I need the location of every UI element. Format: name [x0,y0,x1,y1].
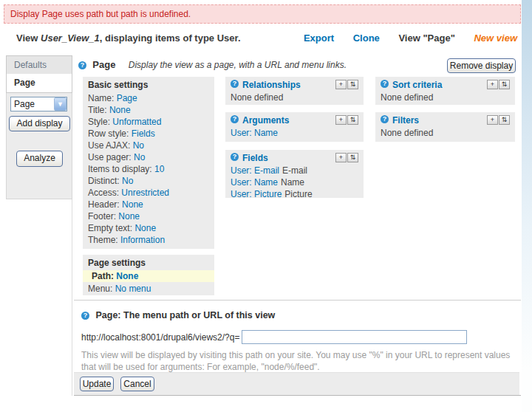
setting-row: Header: None [88,199,209,210]
rearrange-icon[interactable]: ⇅ [347,115,358,125]
setting-access-link[interactable]: Unrestricted [121,188,169,198]
setting-label: Name: [88,93,114,103]
display-type-select[interactable]: Page ▼ [10,97,67,111]
setting-label: Footer: [88,211,116,222]
chevron-down-icon[interactable]: ▼ [54,97,66,111]
rearrange-icon[interactable]: ⇅ [347,153,358,162]
setting-name-link[interactable]: Page [117,93,137,103]
setting-row: Empty text: None [88,222,209,234]
setting-menu-link[interactable]: No menu [115,284,151,294]
path-config-panel: ? Page: The menu path or URL of this vie… [74,300,521,396]
arguments-title[interactable]: Arguments [242,115,335,126]
help-icon[interactable]: ? [231,115,239,123]
field-email-link[interactable]: User: E-mail [231,165,279,176]
path-form-row: http://localhost:8001/drupal6/views2/?q= [81,330,521,344]
update-button[interactable]: Update [80,377,114,391]
help-icon[interactable]: ? [381,115,389,123]
remove-display-button[interactable]: Remove display [447,58,516,73]
setting-row: Title: None [88,104,209,116]
url-prefix: http://localhost:8001/drupal6/views2/?q= [81,332,239,343]
help-icon[interactable]: ? [81,312,89,320]
setting-items-link[interactable]: 10 [154,164,164,174]
setting-row: Theme: Information [88,234,209,246]
setting-row-style-link[interactable]: Fields [132,128,155,139]
tab-defaults[interactable]: Defaults [6,55,72,75]
relationships-empty: None defined [231,92,358,103]
setting-label: Title: [88,105,107,115]
rearrange-icon[interactable]: ⇅ [499,115,510,125]
view-page-link[interactable]: View "Page" [398,32,454,44]
new-view-link[interactable]: New view [474,32,517,44]
field-name-link[interactable]: User: Name [231,177,278,188]
setting-label: Theme: [88,235,118,245]
path-input[interactable] [242,330,467,344]
path-form-title: Page: The menu path or URL of this view [95,310,275,320]
relationships-title[interactable]: Relationships [242,80,335,90]
setting-header-link[interactable]: None [122,199,143,210]
tab-page-label: Page [14,78,35,88]
setting-ajax-link[interactable]: No [133,140,144,151]
setting-row: Name: Page [88,92,209,104]
filters-title[interactable]: Filters [392,115,487,126]
add-display-button[interactable]: Add display [9,116,70,131]
sort-criteria-title[interactable]: Sort criteria [392,80,487,90]
setting-label: Row style: [88,128,129,139]
setting-label: Access: [88,188,119,198]
setting-pager-link[interactable]: No [134,152,145,162]
path-setting-row-highlighted: Path: None [83,270,214,282]
setting-path-link[interactable]: None [116,271,138,281]
page-settings-title: Page settings [88,258,209,268]
sort-criteria-empty: None defined [381,92,510,103]
export-link[interactable]: Export [304,32,334,44]
setting-label: Empty text: [88,223,132,233]
add-icon[interactable]: + [487,80,498,89]
clone-link[interactable]: Clone [353,32,380,44]
add-icon[interactable]: + [487,115,498,125]
setting-label: Menu: [88,284,112,294]
rearrange-icon[interactable]: ⇅ [347,80,358,89]
fields-title[interactable]: Fields [242,153,335,163]
view-summary: View User_View_1, displaying items of ty… [16,32,241,44]
filters-box: ? Filters +⇅ None defined [375,112,515,142]
error-message: Display Page uses path but path is undef… [4,4,521,24]
add-icon[interactable]: + [335,115,347,125]
setting-label: Use AJAX: [88,140,130,151]
setting-label: Header: [88,199,120,210]
analyze-button[interactable]: Analyze [16,151,63,167]
setting-empty-text-link[interactable]: None [134,223,156,233]
setting-row: Style: Unformatted [88,116,209,128]
rearrange-icon[interactable]: ⇅ [499,80,510,89]
field-email-label: E-mail [282,165,307,176]
setting-row: Footer: None [88,210,209,222]
filters-empty: None defined [381,127,510,139]
field-picture-link[interactable]: User: Picture [231,189,282,199]
display-description: Display the view as a page, with a URL a… [129,60,347,70]
page-background-strip [522,0,532,412]
help-icon[interactable]: ? [231,80,239,88]
help-icon[interactable]: ? [231,153,239,161]
setting-row: Menu: No menu [88,283,209,295]
setting-title-link[interactable]: None [109,105,131,115]
argument-user-name-link[interactable]: User: Name [231,128,278,138]
fields-box: ? Fields +⇅ User: E-mailE-mail User: Nam… [225,150,364,198]
setting-row: Items to display: 10 [88,163,209,175]
sort-criteria-box: ? Sort criteria +⇅ None defined [375,77,515,105]
setting-label: Style: [88,117,110,127]
help-icon[interactable]: ? [78,61,86,69]
setting-distinct-link[interactable]: No [122,176,133,186]
setting-row: Use AJAX: No [88,140,209,151]
tab-page[interactable]: Page [6,74,72,93]
add-icon[interactable]: + [335,80,347,89]
arguments-box: ? Arguments +⇅ User: Name [225,112,364,142]
help-icon[interactable]: ? [381,80,389,88]
cancel-button[interactable]: Cancel [120,377,154,391]
setting-label: Items to display: [88,164,152,174]
setting-theme-link[interactable]: Information [120,235,165,245]
setting-footer-link[interactable]: None [118,211,140,222]
add-icon[interactable]: + [335,153,347,162]
tab-defaults-label: Defaults [14,60,47,70]
setting-style-link[interactable]: Unformatted [112,117,161,127]
display-title: Page [92,59,115,70]
view-summary-suffix: , displaying items of type User. [100,32,241,44]
field-picture-label: Picture [284,189,312,199]
